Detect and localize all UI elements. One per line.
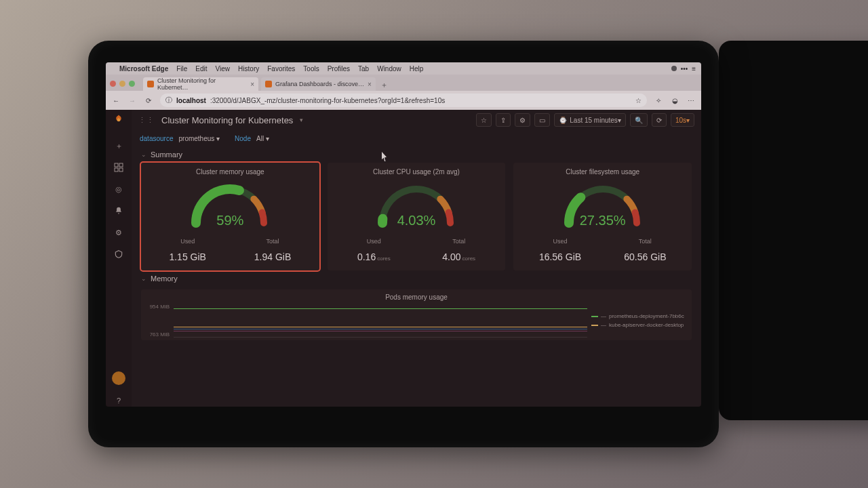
panel-cluster-memory-usage[interactable]: Cluster memory usage 59% Used 1.15 GiB T… (141, 163, 319, 270)
var-node-picker[interactable]: All ▾ (256, 135, 269, 142)
refresh-interval-picker[interactable]: 10s ▾ (671, 113, 694, 127)
menu-window[interactable]: Window (377, 65, 401, 73)
favorites-button[interactable]: ✧ (654, 97, 663, 104)
stat-total: Total 4.00cores (416, 234, 501, 268)
y-tick: 763 MiB (146, 331, 170, 338)
svg-rect-0 (115, 163, 118, 167)
screen: Microsoft Edge File Edit View History Fa… (106, 62, 701, 407)
forward-button[interactable]: → (127, 97, 137, 104)
stat-used: Used 16.56 GiB (517, 234, 602, 268)
tv-mode-button[interactable]: ▭ (534, 113, 550, 127)
gauge: 59% (179, 178, 281, 232)
grafana-favicon-icon (147, 81, 154, 87)
gauge-value: 4.03% (366, 213, 467, 228)
legend-item[interactable]: — prometheus-deployment-7bb6c (591, 313, 686, 319)
gauge: 4.03% (366, 178, 467, 232)
menu-file[interactable]: File (176, 65, 187, 73)
series-line (174, 327, 587, 327)
stat-value: 4.00cores (416, 251, 501, 262)
url-input[interactable]: ⓘ localhost:32000/d/JABGX_-mz/cluster-mo… (160, 94, 647, 107)
sidebar-user-avatar[interactable] (112, 371, 125, 385)
dashboard-variables: datasource prometheus ▾ Node All ▾ (132, 130, 701, 146)
row-memory-title: Memory (151, 274, 178, 283)
series-line (174, 308, 587, 309)
series-line (174, 329, 587, 329)
stat-value: 60.56 GiB (603, 251, 688, 262)
stat-label: Used (517, 238, 602, 245)
svg-rect-1 (119, 163, 123, 167)
sidebar-alerting-icon[interactable] (113, 205, 125, 217)
sidebar-dashboards-icon[interactable] (113, 161, 125, 174)
window-minimize-button[interactable] (119, 81, 125, 87)
gauge-value: 27.35% (552, 213, 654, 228)
menu-help[interactable]: Help (410, 65, 424, 73)
var-node-label: Node (235, 135, 251, 142)
menu-tools[interactable]: Tools (303, 65, 319, 73)
row-summary-header[interactable]: ⌄ Summary (132, 146, 701, 163)
dashboard-title[interactable]: Cluster Monitoring for Kubernetes (161, 115, 293, 125)
menu-tab[interactable]: Tab (358, 65, 369, 73)
sidebar-config-icon[interactable]: ⚙ (113, 226, 125, 239)
var-datasource-label: datasource (140, 135, 173, 142)
stat-label: Total (230, 238, 315, 245)
row-memory-header[interactable]: ⌄ Memory (132, 270, 701, 287)
share-dashboard-button[interactable]: ⇪ (496, 113, 511, 127)
time-range-picker[interactable]: ⌚ Last 15 minutes ▾ (554, 113, 626, 127)
tab-title: Cluster Monitoring for Kubernet… (157, 77, 247, 91)
menu-edit[interactable]: Edit (195, 65, 207, 73)
menu-favorites[interactable]: Favorites (267, 65, 295, 73)
menubar-hamburger-icon[interactable]: ≡ (692, 65, 696, 73)
menu-view[interactable]: View (216, 65, 231, 73)
legend-item[interactable]: — kube-apiserver-docker-desktop (591, 322, 686, 328)
stat-total: Total 60.56 GiB (603, 234, 688, 268)
menubar-more-icon[interactable]: ••• (681, 65, 688, 73)
monitor-bezel: Microsoft Edge File Edit View History Fa… (88, 41, 719, 447)
dashboard-grip-icon[interactable]: ⋮⋮ (138, 116, 155, 125)
profile-button[interactable]: ◒ (670, 97, 679, 104)
window-controls (110, 81, 135, 87)
grafana-main: ⋮⋮ Cluster Monitoring for Kubernetes ▾ ☆… (132, 110, 701, 407)
menubar-app-name[interactable]: Microsoft Edge (119, 65, 168, 73)
chart-plot-area[interactable] (174, 304, 587, 338)
panel-cluster-cpu-usage-2m-avg-[interactable]: Cluster CPU usage (2m avg) 4.03% Used 0.… (328, 163, 506, 270)
legend-swatch (591, 316, 598, 317)
sidebar-explore-icon[interactable]: ◎ (113, 183, 125, 195)
y-tick: 954 MiB (146, 304, 170, 310)
star-dashboard-button[interactable]: ☆ (476, 113, 492, 127)
url-host: localhost (176, 97, 206, 104)
stat-label: Total (416, 238, 501, 245)
reader-icon[interactable]: ☆ (635, 97, 642, 104)
tab-title: Grafana Dashboards - discove… (275, 81, 364, 87)
stat-value: 16.56 GiB (517, 251, 602, 262)
browser-tab-inactive[interactable]: Grafana Dashboards - discove… × (261, 77, 376, 91)
settings-button[interactable]: ⚙ (515, 113, 530, 127)
menu-profiles[interactable]: Profiles (328, 65, 350, 73)
tab-close-icon[interactable]: × (250, 81, 254, 88)
window-zoom-button[interactable] (129, 81, 135, 87)
refresh-button[interactable]: ⟳ (144, 97, 153, 104)
refresh-now-button[interactable]: ⟳ (652, 113, 667, 127)
menu-history[interactable]: History (238, 65, 259, 73)
window-close-button[interactable] (110, 81, 116, 87)
browser-menu-button[interactable]: ⋯ (686, 97, 696, 104)
panel-pods-memory[interactable]: Pods memory usage 954 MiB 763 MiB — prom… (141, 289, 692, 340)
dashboard-title-dropdown-icon[interactable]: ▾ (300, 117, 303, 123)
second-monitor (719, 41, 868, 420)
series-line (174, 331, 587, 331)
var-datasource-picker[interactable]: prometheus ▾ (178, 135, 220, 142)
browser-tab-active[interactable]: Cluster Monitoring for Kubernet… × (143, 77, 258, 91)
site-info-icon[interactable]: ⓘ (165, 96, 172, 105)
dashboard-topbar: ⋮⋮ Cluster Monitoring for Kubernetes ▾ ☆… (132, 110, 701, 130)
tab-close-icon[interactable]: × (368, 81, 372, 88)
sidebar-create-icon[interactable]: ＋ (113, 140, 125, 152)
new-tab-button[interactable]: ＋ (378, 79, 391, 91)
zoom-out-button[interactable]: 🔍 (630, 113, 648, 127)
panel-cluster-filesystem-usage[interactable]: Cluster filesystem usage 27.35% Used 16.… (513, 163, 692, 270)
back-button[interactable]: ← (111, 97, 121, 104)
menubar-status-icon[interactable] (671, 66, 677, 71)
grafana-logo-icon[interactable] (106, 110, 132, 130)
panel-title: Pods memory usage (146, 293, 686, 301)
sidebar-help-icon[interactable]: ? (113, 394, 125, 407)
stat-label: Used (332, 238, 416, 245)
sidebar-admin-icon[interactable] (113, 248, 125, 260)
